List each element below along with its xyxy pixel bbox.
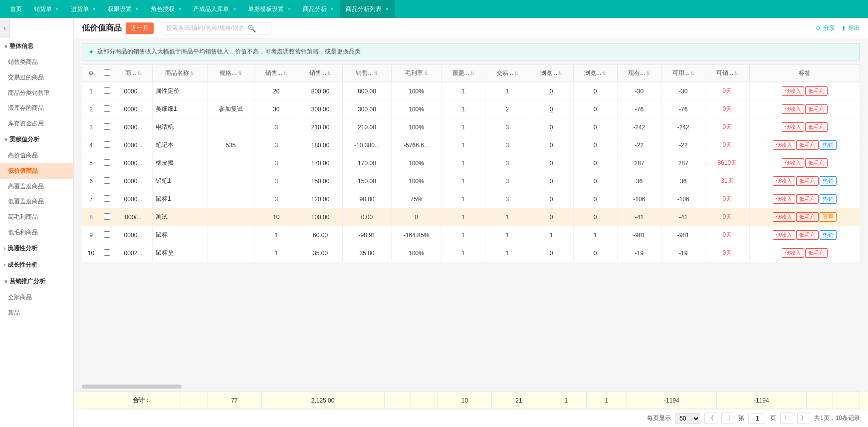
nav-close-sales[interactable]: × [56,6,59,12]
export-button[interactable]: ⬆ 导出 [841,24,860,32]
filter-button[interactable]: 近一月 [126,22,154,34]
row-checkbox[interactable] [104,159,110,166]
col-sale1[interactable]: 销售...⇅ [254,65,298,82]
row-view1[interactable]: 0 [529,244,573,262]
row-name[interactable]: 鼠标 [152,226,207,244]
row-checkbox[interactable] [104,177,110,184]
nav-analysis-list[interactable]: 商品分析列表 × [340,0,395,18]
row-checkbox[interactable] [104,123,110,130]
sidebar-item-high-coverage[interactable]: 高覆盖度商品 [0,179,73,194]
row-view1[interactable]: 1 [529,226,573,244]
col-checkbox[interactable] [100,65,114,82]
sidebar-group-circulation[interactable]: › 流通性分析 [0,240,73,257]
row-checkbox[interactable] [104,87,110,94]
row-checkbox[interactable] [104,141,110,148]
sidebar-group-overall[interactable]: ∨ 整体信息 [0,38,73,54]
row-checkbox[interactable] [104,195,110,202]
col-stock[interactable]: 现有...⇅ [617,65,661,82]
row-checkbox-cell[interactable] [100,154,114,172]
row-view1[interactable]: 0 [529,172,573,190]
row-checkbox-cell[interactable] [100,226,114,244]
sidebar-item-new-products[interactable]: 新品 [0,305,73,321]
prev-page-btn[interactable]: 〈 [721,413,734,424]
col-spec[interactable]: 规格...⇅ [207,65,254,82]
row-checkbox-cell[interactable] [100,172,114,190]
row-name[interactable]: 鼠标1 [152,190,207,208]
sidebar-item-high-margin[interactable]: 高毛利商品 [0,209,73,225]
sidebar-item-slow-stock[interactable]: 滞库存的商品 [0,100,73,116]
select-all-checkbox[interactable] [104,69,110,76]
nav-production[interactable]: 产成品入库单 × [187,0,242,18]
col-sale3[interactable]: 销售...⇅ [342,65,392,82]
row-view1[interactable]: 0 [529,100,573,118]
nav-close-production[interactable]: × [233,6,236,12]
row-name[interactable]: 测试 [152,208,207,226]
nav-purchase[interactable]: 进货单 × [65,0,102,18]
col-trade[interactable]: 交易...⇅ [485,65,529,82]
nav-template[interactable]: 单据模板设置 × [242,0,297,18]
row-checkbox[interactable] [104,213,110,220]
row-checkbox-cell[interactable] [100,82,114,100]
sidebar-item-sales-products[interactable]: 销售类商品 [0,54,73,70]
page-number-input[interactable] [748,414,766,424]
row-name[interactable]: 吴细细1 [152,100,207,118]
col-sell[interactable]: 可销...⇅ [705,65,749,82]
sidebar-item-high-value[interactable]: 高价值商品 [0,148,73,163]
sidebar-group-marketing[interactable]: ∨ 营销推广分析 [0,273,73,290]
sidebar-item-all-products[interactable]: 全部商品 [0,290,73,305]
sidebar-item-low-value[interactable]: 低价值商品 [0,163,73,179]
col-view1[interactable]: 浏览...⇅ [529,65,573,82]
horizontal-scrollbar[interactable] [82,385,860,389]
nav-sales-order[interactable]: 销货单 × [28,0,65,18]
nav-role[interactable]: 角色授权 × [145,0,188,18]
row-checkbox[interactable] [104,231,110,238]
col-cover[interactable]: 覆盖...⇅ [441,65,485,82]
row-checkbox-cell[interactable] [100,100,114,118]
row-name[interactable]: 铅笔1 [152,172,207,190]
sidebar-collapse-btn[interactable]: ‹ [0,18,10,38]
sidebar-item-low-margin[interactable]: 低毛利商品 [0,225,73,240]
row-checkbox-cell[interactable] [100,208,114,226]
sidebar-item-capital[interactable]: 库存资金占用 [0,116,73,131]
row-view1[interactable]: 0 [529,118,573,136]
row-checkbox[interactable] [104,249,110,256]
sidebar-item-category-rate[interactable]: 商品分类销售率 [0,85,73,101]
nav-close-analysis[interactable]: × [331,6,334,12]
last-page-btn[interactable]: 》 [797,413,810,424]
next-page-btn[interactable]: 〉 [780,413,793,424]
row-checkbox-cell[interactable] [100,190,114,208]
row-checkbox-cell[interactable] [100,244,114,262]
first-page-btn[interactable]: 《 [704,413,717,424]
sidebar-group-growth[interactable]: › 成长性分析 [0,257,73,273]
nav-close-template[interactable]: × [288,6,291,12]
nav-permission[interactable]: 权限设置 × [102,0,145,18]
row-view1[interactable]: 0 [529,208,573,226]
scrollbar-thumb[interactable] [82,385,182,389]
row-checkbox-cell[interactable] [100,136,114,154]
col-name[interactable]: 商品名称⇅ [152,65,207,82]
row-name[interactable]: 橡皮擦 [152,154,207,172]
nav-close-analysis-list[interactable]: × [386,6,389,12]
nav-home[interactable]: 首页 [4,0,28,18]
sidebar-item-low-coverage[interactable]: 低覆盖度商品 [0,194,73,209]
row-view1[interactable]: 0 [529,82,573,100]
share-button[interactable]: ⟳ 分享 [816,24,835,32]
nav-close-permission[interactable]: × [136,6,139,12]
row-name[interactable]: 属性定价 [152,82,207,100]
row-name[interactable]: 鼠标垫 [152,244,207,262]
nav-analysis[interactable]: 商品分析 × [297,0,340,18]
col-code[interactable]: 商...⇅ [114,65,153,82]
row-name[interactable]: 笔记本 [152,136,207,154]
col-gross[interactable]: 毛利率⇅ [392,65,441,82]
col-settings[interactable]: ⚙ [82,65,100,82]
sidebar-item-traded[interactable]: 交易过的商品 [0,70,73,85]
col-sale2[interactable]: 销售...⇅ [298,65,342,82]
sidebar-group-contribution[interactable]: ∨ 贡献值分析 [0,131,73,148]
row-view1[interactable]: 0 [529,136,573,154]
search-icon[interactable]: 🔍 [247,24,256,32]
nav-close-role[interactable]: × [179,6,182,12]
row-name[interactable]: 电话机 [152,118,207,136]
per-page-select[interactable]: 50 100 [675,413,700,424]
row-view1[interactable]: 0 [529,190,573,208]
row-view1[interactable]: 0 [529,154,573,172]
